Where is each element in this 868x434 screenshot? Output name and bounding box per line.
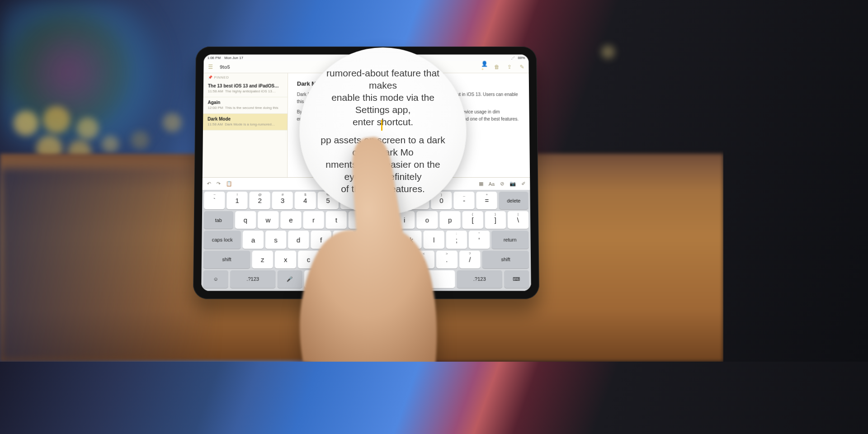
kb-key[interactable]: }] — [485, 211, 506, 229]
kb-key[interactable]: += — [476, 192, 497, 209]
loupe-text-line: pp assets on screen to a dark color, Dar… — [321, 135, 445, 157]
bokeh-light — [163, 113, 182, 132]
kb-row-zxcv: shift z x c v b n m <, >. ?/ shift — [203, 250, 529, 269]
kb-key[interactable]: t — [326, 211, 347, 229]
folder-title[interactable]: 9to5 — [220, 64, 230, 70]
bokeh-light — [131, 131, 149, 149]
desk-shadow — [0, 167, 217, 362]
pin-icon: 📌 — [208, 75, 213, 80]
kb-key[interactable]: l — [424, 231, 444, 249]
note-list-item-selected[interactable]: Dark Mode 11:58 AM Dark Mode is a long-r… — [203, 114, 288, 131]
undo-icon[interactable]: ↶ — [207, 181, 211, 187]
loupe-text-line: rumored-about feature that makes — [326, 68, 439, 90]
bokeh-light — [43, 106, 70, 133]
kb-capslock-key[interactable]: caps lock — [203, 231, 241, 249]
kb-key[interactable]: a — [243, 231, 264, 249]
kb-key[interactable]: x — [275, 250, 296, 269]
kb-key[interactable]: b — [344, 250, 365, 269]
clipboard-icon[interactable]: 📋 — [226, 181, 232, 187]
note-item-title: Again — [208, 100, 283, 105]
share-icon[interactable]: ⇪ — [506, 64, 513, 70]
kb-key[interactable]: ~` — [204, 192, 225, 209]
kb-key[interactable]: >. — [436, 250, 458, 269]
kb-tab-key[interactable]: tab — [204, 211, 233, 229]
kb-shift-key[interactable]: shift — [482, 250, 529, 269]
kb-key[interactable]: {[ — [462, 211, 483, 229]
kb-key[interactable]: y — [349, 211, 369, 229]
format-icon[interactable]: Aa — [489, 181, 495, 186]
kb-key[interactable]: v — [321, 250, 342, 269]
kb-key[interactable]: p — [439, 211, 460, 229]
add-person-icon[interactable]: 👤⁺ — [481, 64, 487, 70]
kb-emoji-key[interactable]: ☺ — [203, 270, 228, 288]
kb-key[interactable]: e — [280, 211, 301, 229]
kb-return-key[interactable]: return — [491, 231, 529, 249]
bokeh-light — [14, 111, 38, 136]
loupe-text-line: nments much easier on the eyes. It's def… — [326, 159, 440, 182]
kb-key[interactable]: #3 — [272, 192, 293, 209]
kb-numeric-key[interactable]: .?123 — [230, 270, 275, 288]
loupe-text-line: enable this mode via the Settings app, — [331, 92, 434, 115]
kb-key[interactable]: :; — [446, 231, 467, 249]
compose-icon[interactable]: ✎ — [519, 64, 525, 70]
bokeh-light — [102, 136, 119, 153]
kb-key[interactable]: o — [417, 211, 438, 229]
kb-key[interactable]: f — [311, 231, 331, 249]
bokeh-light — [601, 45, 615, 59]
kb-key[interactable]: m — [390, 250, 411, 269]
wifi-icon: ⋰ — [511, 56, 514, 60]
markup-icon[interactable]: ✐ — [521, 181, 525, 187]
kb-key[interactable]: !1 — [226, 192, 248, 209]
trash-icon[interactable]: 🗑 — [494, 64, 500, 70]
kb-space-key[interactable] — [304, 270, 455, 288]
pinned-header: 📌 PINNED — [203, 73, 288, 81]
status-date: Mon Jun 17 — [224, 56, 243, 60]
kb-key[interactable]: <, — [413, 250, 434, 269]
kb-key[interactable]: g — [333, 231, 354, 249]
text-cursor-magnifier: rumored-about feature that makes enable … — [299, 47, 467, 215]
kb-row-space: ☺ .?123 🎤 .?123 ⌨ — [203, 270, 529, 288]
status-time: 1:06 PM — [208, 56, 221, 60]
kb-key[interactable]: q — [235, 211, 256, 229]
kb-key[interactable]: d — [288, 231, 309, 249]
redo-icon[interactable]: ↷ — [217, 181, 221, 187]
kb-mic-key[interactable]: 🎤 — [277, 270, 302, 288]
kb-key[interactable]: n — [367, 250, 388, 269]
kb-row-qwerty: tab q w e r t y u i o p {[ }] |\ — [204, 211, 529, 229]
status-battery: 88% — [518, 56, 525, 60]
kb-key[interactable]: s — [265, 231, 286, 249]
loupe-text-line: enter shortcut. — [353, 117, 413, 127]
kb-key[interactable]: _- — [453, 192, 474, 209]
kb-key[interactable]: r — [303, 211, 324, 229]
sidebar-toggle-icon[interactable]: ☰ — [207, 64, 213, 70]
kb-delete-key[interactable]: delete — [499, 192, 528, 209]
kb-key[interactable]: @2 — [250, 192, 270, 209]
kb-numeric-key[interactable]: .?123 — [457, 270, 502, 288]
bokeh-light — [77, 118, 99, 139]
table-icon[interactable]: ▦ — [479, 181, 483, 187]
kb-key[interactable]: h — [356, 231, 377, 249]
kb-key[interactable]: i — [394, 211, 415, 229]
kb-key[interactable]: j — [378, 231, 399, 249]
note-item-title: The 13 best iOS 13 and iPadOS… — [208, 84, 283, 89]
kb-key[interactable]: |\ — [508, 211, 529, 229]
loupe-text-line: of the best features. — [341, 184, 425, 194]
note-item-title: Dark Mode — [208, 117, 283, 122]
kb-dismiss-key[interactable]: ⌨ — [504, 270, 529, 288]
kb-key[interactable]: c — [298, 250, 319, 269]
kb-key[interactable]: $4 — [295, 192, 316, 209]
kb-key[interactable]: "' — [469, 231, 490, 249]
kb-key[interactable]: z — [252, 250, 273, 269]
kb-key[interactable]: k — [401, 231, 422, 249]
note-list-item[interactable]: Again 12:00 PM This is the second time d… — [203, 97, 287, 114]
checklist-small-icon[interactable]: ⊘ — [500, 181, 504, 187]
text-cursor-caret — [381, 120, 382, 131]
note-list-item[interactable]: The 13 best iOS 13 and iPadOS… 11:58 AM … — [203, 81, 288, 98]
kb-key[interactable]: w — [258, 211, 279, 229]
kb-shift-key[interactable]: shift — [203, 250, 250, 269]
camera-icon[interactable]: 📷 — [509, 181, 516, 187]
kb-row-asdf: caps lock a s d f g h j k l :; "' return — [203, 231, 529, 249]
kb-key[interactable]: ?/ — [459, 250, 481, 269]
